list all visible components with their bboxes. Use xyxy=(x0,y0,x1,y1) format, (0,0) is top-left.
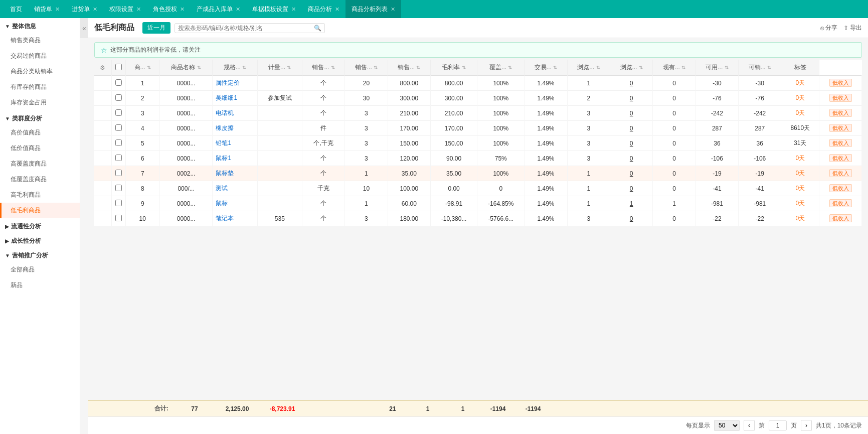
col-sale-amount[interactable]: 销售... ⇅ xyxy=(388,60,430,76)
prev-page-button[interactable]: ‹ xyxy=(744,420,755,431)
row-name[interactable]: 测试 xyxy=(213,181,257,196)
row-available: 287 xyxy=(739,121,781,136)
nav-item-sales[interactable]: 销货单 ✕ xyxy=(28,0,66,18)
row-name[interactable]: 鼠标 xyxy=(213,196,257,211)
nav-item-home[interactable]: 首页 xyxy=(4,0,28,18)
sidebar-item-low-margin[interactable]: 低毛利商品 xyxy=(0,203,80,218)
close-icon[interactable]: ✕ xyxy=(335,6,339,13)
nav-item-templates[interactable]: 单据模板设置 ✕ xyxy=(246,0,302,18)
row-checkbox[interactable] xyxy=(111,196,125,211)
sidebar-item-in-stock[interactable]: 有库存的商品 xyxy=(0,79,80,95)
sort-icon: ⇅ xyxy=(596,65,600,70)
close-icon[interactable]: ✕ xyxy=(180,6,185,13)
table-row: 10 0000... 笔记本 535 个 3 180.00 -10,380...… xyxy=(94,211,862,226)
row-checkbox[interactable] xyxy=(111,121,125,136)
row-name[interactable]: 笔记本 xyxy=(213,211,257,226)
row-checkbox[interactable] xyxy=(111,91,125,106)
share-button[interactable]: ⎋ 分享 xyxy=(820,24,837,32)
col-code[interactable]: 商... ⇅ xyxy=(125,60,159,76)
col-available[interactable]: 可用... ⇅ xyxy=(696,60,738,76)
sidebar-collapse-button[interactable]: « xyxy=(80,18,88,38)
row-checkbox[interactable] xyxy=(111,181,125,196)
col-gear[interactable]: ⚙ xyxy=(94,60,111,76)
data-table-container: ⚙ 商... ⇅ 商品名称 ⇅ 规格... ⇅ 计量... ⇅ 销售... ⇅ … xyxy=(94,60,862,400)
nav-item-permissions[interactable]: 权限设置 ✕ xyxy=(103,0,147,18)
nav-item-analysis[interactable]: 商品分析 ✕ xyxy=(302,0,345,18)
col-sale-price[interactable]: 销售... ⇅ xyxy=(345,60,388,76)
sidebar-group-marketing[interactable]: ▼ 营销推广分析 xyxy=(0,247,80,262)
row-name[interactable]: 电话机 xyxy=(213,106,257,121)
col-saleable[interactable]: 可销... ⇅ xyxy=(739,60,781,76)
row-checkbox[interactable] xyxy=(111,106,125,121)
search-input[interactable] xyxy=(178,25,314,32)
sidebar-item-category-rate[interactable]: 商品分类助销率 xyxy=(0,64,80,79)
close-icon[interactable]: ✕ xyxy=(55,6,60,13)
col-browse1[interactable]: 浏览... ⇅ xyxy=(567,60,610,76)
col-checkbox xyxy=(111,60,125,76)
row-name[interactable]: 铅笔1 xyxy=(213,136,257,151)
sidebar-group-growth[interactable]: ▶ 成长性分析 xyxy=(0,233,80,247)
period-button[interactable]: 近一月 xyxy=(142,22,170,34)
nav-item-roles[interactable]: 角色授权 ✕ xyxy=(147,0,191,18)
col-name[interactable]: 商品名称 ⇅ xyxy=(159,60,213,76)
sidebar-item-high-coverage[interactable]: 高覆盖度商品 xyxy=(0,156,80,172)
top-nav: 首页 销货单 ✕ 进货单 ✕ 权限设置 ✕ 角色授权 ✕ 产成品入库单 ✕ 单据… xyxy=(0,0,868,18)
chevron-down-icon: ▼ xyxy=(5,116,10,121)
sidebar-item-new-products[interactable]: 新品 xyxy=(0,277,80,293)
sidebar-item-traded-products[interactable]: 交易过的商品 xyxy=(0,48,80,64)
close-icon[interactable]: ✕ xyxy=(391,6,395,13)
row-browse2: 0 xyxy=(653,166,696,181)
search-icon[interactable]: 🔍 xyxy=(314,25,321,32)
row-no: 4 xyxy=(125,121,159,136)
col-current-stock[interactable]: 现有... ⇅ xyxy=(653,60,696,76)
sidebar-item-high-margin[interactable]: 高毛利商品 xyxy=(0,187,80,203)
col-tag[interactable]: 标签 xyxy=(781,60,819,76)
sidebar-group-overall[interactable]: ▼ 整体信息 xyxy=(0,18,80,33)
page-input[interactable] xyxy=(769,420,787,430)
close-icon[interactable]: ✕ xyxy=(93,6,97,13)
per-page-select[interactable]: 50 10 20 100 xyxy=(714,420,740,431)
row-name[interactable]: 橡皮擦 xyxy=(213,121,257,136)
gear-icon[interactable]: ⚙ xyxy=(100,64,105,71)
row-name[interactable]: 吴细细1 xyxy=(213,91,257,106)
row-current-stock: -106 xyxy=(696,151,738,166)
row-trade: 3 xyxy=(567,121,610,136)
col-browse2[interactable]: 浏览... ⇅ xyxy=(610,60,653,76)
row-spec: 535 xyxy=(257,211,302,226)
row-name[interactable]: 鼠标1 xyxy=(213,151,257,166)
col-sale-count[interactable]: 销售... ⇅ xyxy=(302,60,344,76)
sidebar-group-flow[interactable]: ▶ 流通性分析 xyxy=(0,218,80,233)
col-gross-margin[interactable]: 毛利率 ⇅ xyxy=(430,60,477,76)
sidebar-group-cluster[interactable]: ▼ 类群度分析 xyxy=(0,110,80,125)
row-spec xyxy=(257,121,302,136)
row-gross-margin: 100% xyxy=(477,91,525,106)
row-name[interactable]: 鼠标垫 xyxy=(213,166,257,181)
close-icon[interactable]: ✕ xyxy=(136,6,141,13)
row-checkbox[interactable] xyxy=(111,76,125,91)
select-all-checkbox[interactable] xyxy=(115,64,122,70)
sidebar-item-inventory-capital[interactable]: 库存资金占用 xyxy=(0,95,80,110)
row-checkbox[interactable] xyxy=(111,211,125,226)
col-spec[interactable]: 规格... ⇅ xyxy=(213,60,257,76)
sidebar-item-high-value[interactable]: 高价值商品 xyxy=(0,125,80,140)
nav-item-purchase[interactable]: 进货单 ✕ xyxy=(66,0,103,18)
row-name[interactable]: 属性定价 xyxy=(213,76,257,91)
nav-item-analysis-list[interactable]: 商品分析列表 ✕ xyxy=(345,0,401,18)
row-checkbox[interactable] xyxy=(111,136,125,151)
row-sale-price: 150.00 xyxy=(388,136,430,151)
table-row: 6 0000... 鼠标1 个 3 120.00 90.00 75% 1.49%… xyxy=(94,151,862,166)
export-button[interactable]: ⇧ 导出 xyxy=(843,24,862,32)
close-icon[interactable]: ✕ xyxy=(236,6,240,13)
close-icon[interactable]: ✕ xyxy=(291,6,296,13)
row-checkbox[interactable] xyxy=(111,166,125,181)
sidebar-item-low-coverage[interactable]: 低覆盖度商品 xyxy=(0,172,80,187)
row-checkbox[interactable] xyxy=(111,151,125,166)
sidebar-item-low-value[interactable]: 低价值商品 xyxy=(0,140,80,156)
sidebar-item-sales-products[interactable]: 销售类商品 xyxy=(0,33,80,48)
next-page-button[interactable]: › xyxy=(801,420,812,431)
col-trade[interactable]: 交易... ⇅ xyxy=(525,60,567,76)
nav-item-products[interactable]: 产成品入库单 ✕ xyxy=(191,0,246,18)
col-unit[interactable]: 计量... ⇅ xyxy=(257,60,302,76)
col-coverage[interactable]: 覆盖... ⇅ xyxy=(477,60,525,76)
sidebar-item-all-products[interactable]: 全部商品 xyxy=(0,262,80,277)
